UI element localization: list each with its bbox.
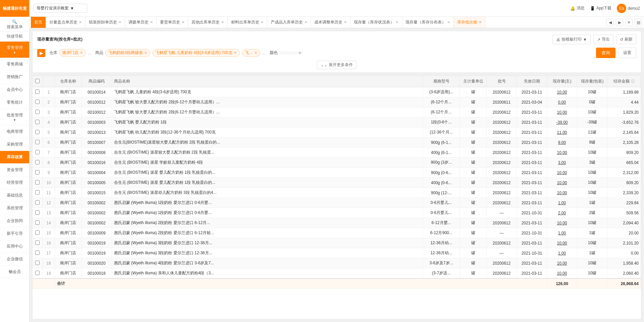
tab-close-icon[interactable]: ✕ [479, 20, 482, 24]
tab-home[interactable]: 首页 [31, 17, 46, 28]
sidebar-item-member2[interactable]: 畅会员 [0, 266, 29, 278]
row-qty-main[interactable]: 2.00 [547, 208, 577, 218]
row-qty-main[interactable]: 9.00 [547, 138, 577, 148]
product-filter-tag1[interactable]: 飞鹤奶粉3段两罐装 ✕ [105, 49, 150, 57]
row-qty-main[interactable]: 0.00 [547, 97, 577, 107]
row-checkbox[interactable] [35, 180, 40, 184]
product-tag3-remove[interactable]: ✕ [254, 51, 257, 55]
sidebar-quick-nav[interactable]: 快捷导航 [0, 32, 29, 42]
row-checkbox[interactable] [35, 140, 40, 144]
print-button[interactable]: 🖨 按模板打印 ▼ [552, 35, 591, 44]
row-qty-main[interactable]: 10.00 [547, 168, 577, 178]
tab-close-icon[interactable]: ✕ [344, 20, 347, 24]
tab-close-icon[interactable]: ✕ [447, 20, 450, 24]
sidebar-item-guide[interactable]: 新手引导 [0, 227, 29, 240]
sidebar-item-corp-wechat[interactable]: 企业微信 [0, 253, 29, 266]
row-qty-main[interactable]: 10.00 [547, 258, 577, 268]
sidebar-item-purchase[interactable]: 采购管理 [0, 138, 29, 151]
row-qty-main[interactable]: 10.00 [547, 268, 577, 279]
tab-close-icon[interactable]: ✕ [304, 20, 307, 24]
sidebar-search[interactable]: 🔍 搜索菜单 [0, 17, 29, 32]
row-checkbox[interactable] [35, 170, 40, 174]
export-button[interactable]: ↗ 导出 [593, 35, 613, 44]
tab-close-icon[interactable]: ✕ [261, 20, 264, 24]
row-checkbox[interactable] [35, 110, 40, 114]
query-button[interactable]: 查询 [596, 48, 615, 58]
sidebar-item-retail-stats[interactable]: 零售统计 [0, 96, 29, 109]
sidebar-item-member[interactable]: 会员中心 [0, 84, 29, 96]
refresh-button[interactable]: ↺ 刷新 [616, 35, 636, 44]
tab-menu-button[interactable]: ▤ [635, 19, 642, 26]
tab-ask-goods-hist[interactable]: 要货单历史 ✕ [157, 17, 188, 28]
row-checkbox[interactable] [35, 190, 40, 195]
sidebar-item-marketing[interactable]: 营销推广 [0, 71, 29, 84]
tab-close-icon[interactable]: ✕ [181, 20, 184, 24]
tab-query-hist[interactable]: 调拨单历史 ✕ [125, 17, 157, 28]
tab-prev-button[interactable]: ◀ [606, 19, 614, 26]
tab-cost-adjust-hist[interactable]: 成本调整单历史 ✕ [311, 17, 351, 28]
row-checkbox[interactable] [35, 261, 40, 265]
row-qty-main[interactable]: 10.00 [547, 218, 577, 228]
tab-close-all-button[interactable]: ✕ [625, 19, 633, 26]
sidebar-item-enterprise[interactable]: 企业协同 [0, 215, 29, 227]
tab-split-stock-hist[interactable]: 分量盘点单历史 ✕ [46, 17, 86, 28]
row-checkbox[interactable] [35, 130, 40, 134]
row-checkbox[interactable] [35, 90, 40, 94]
row-qty-main[interactable]: 10.00 [547, 188, 577, 198]
row-qty-main[interactable]: 1.00 [547, 198, 577, 208]
tab-batch-query[interactable]: 库存批次账 ✕ [454, 17, 485, 28]
row-checkbox[interactable] [35, 100, 40, 104]
row-qty-main[interactable]: 11.00 [547, 127, 577, 138]
balance-info-icon[interactable]: ⓘ [631, 79, 635, 83]
expand-more-button[interactable]: ⌄⌄ 展开更多条件 [317, 61, 357, 69]
tab-close-icon[interactable]: ✕ [79, 20, 82, 24]
user-profile[interactable]: Ea demo2 [617, 4, 640, 13]
tab-product-inbound-hist[interactable]: 产成品入库单历史 ✕ [267, 17, 311, 28]
row-checkbox[interactable] [35, 120, 40, 124]
row-qty-main[interactable]: 1.00 [547, 228, 577, 238]
tab-stock-status[interactable]: 现存量（库存状况表） ✕ [351, 17, 402, 28]
row-checkbox[interactable] [35, 210, 40, 215]
row-qty-main[interactable]: -39.00 [547, 117, 577, 127]
row-checkbox[interactable] [35, 220, 40, 225]
row-checkbox[interactable] [35, 200, 40, 205]
app-download-button[interactable]: 📱 App下载 [590, 5, 611, 11]
product-filter-tag2[interactable]: 飞鹤星飞帆 儿童奶粉 4段(3-6岁适用) 700克 ✕ [152, 49, 240, 57]
tab-close-icon[interactable]: ✕ [118, 20, 121, 24]
tab-stock-dist[interactable]: 现存量（库存分布表） ✕ [402, 17, 454, 28]
warehouse-filter-more[interactable]: ... [88, 51, 91, 55]
row-qty-main[interactable]: 10.00 [547, 178, 577, 188]
row-qty-main[interactable]: 10.00 [547, 238, 577, 248]
sidebar-item-retail-shop[interactable]: 零售商城 [0, 58, 29, 71]
row-checkbox[interactable] [35, 251, 40, 255]
row-checkbox[interactable] [35, 150, 40, 154]
warehouse-filter-tag[interactable]: 南岸门店 ✕ [59, 49, 86, 57]
tab-disassemble-hist[interactable]: 组装拆卸单历史 ✕ [86, 17, 125, 28]
filter-expand-toggle[interactable]: ▶ [37, 49, 45, 57]
sidebar-item-operations[interactable]: 经营管理 [0, 176, 29, 189]
tab-close-icon[interactable]: ✕ [221, 20, 224, 24]
tab-material-outbound-hist[interactable]: 材料出库单历史 ✕ [228, 17, 267, 28]
row-checkbox[interactable] [35, 240, 40, 245]
row-checkbox[interactable] [35, 230, 40, 235]
row-qty-main[interactable]: 10.00 [547, 87, 577, 97]
account-selector[interactable]: 母婴行业演示账套 ▼ [34, 4, 87, 13]
warehouse-filter-remove[interactable]: ✕ [80, 51, 83, 55]
sidebar-item-app-center[interactable]: 应用中心 [0, 240, 29, 253]
tab-next-button[interactable]: ▶ [616, 19, 623, 26]
sidebar-item-sys[interactable]: 系统管理 [0, 202, 29, 215]
table-scroll-container[interactable]: 仓库名称 商品编码 商品名称 规格型号 主计量单位 批号 失效日期 现存量(主)… [33, 76, 641, 319]
row-qty-main[interactable]: 10.00 [547, 148, 577, 158]
row-qty-main[interactable]: 3.00 [547, 158, 577, 168]
select-all-checkbox[interactable] [35, 79, 40, 83]
row-checkbox[interactable] [35, 160, 40, 164]
sidebar-item-basic[interactable]: 基础信息 [0, 189, 29, 202]
tab-other-outbound-hist[interactable]: 其他出库单历史 ✕ [188, 17, 228, 28]
product-tag1-remove[interactable]: ✕ [144, 51, 147, 55]
tab-close-icon[interactable]: ✕ [150, 20, 153, 24]
sidebar-item-finance[interactable]: 资金管理 [0, 164, 29, 176]
sidebar-item-wholesale[interactable]: 批发管理 ▼ [0, 109, 29, 125]
tab-close-icon[interactable]: ✕ [395, 20, 398, 24]
product-filter-tag3[interactable]: 飞… ✕ [242, 49, 260, 57]
product-tag2-remove[interactable]: ✕ [234, 51, 237, 55]
